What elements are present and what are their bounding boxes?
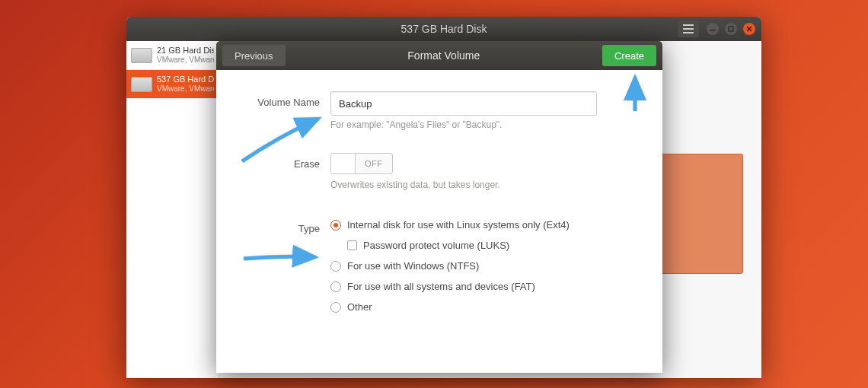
svg-rect-1 <box>683 28 694 30</box>
disk-item-21gb[interactable]: 21 GB Hard Disk VMware, VMware <box>126 41 219 70</box>
type-option-ext4[interactable]: Internal disk for use with Linux systems… <box>330 219 641 231</box>
minimize-button[interactable] <box>707 23 719 35</box>
checkbox-icon <box>347 240 357 250</box>
titlebar: 537 GB Hard Disk <box>126 17 761 41</box>
type-option-ntfs[interactable]: For use with Windows (NTFS) <box>330 260 641 272</box>
disk-title: 537 GB Hard Disk <box>157 75 214 84</box>
radio-icon <box>330 261 341 272</box>
erase-hint: Overwrites existing data, but takes long… <box>330 180 641 190</box>
format-volume-dialog: Previous Format Volume Create Volume Nam… <box>216 41 662 373</box>
hamburger-icon <box>683 24 694 33</box>
type-label: Type <box>238 218 330 234</box>
type-option-fat[interactable]: For use with all systems and devices (FA… <box>330 281 641 292</box>
close-button[interactable] <box>743 23 755 35</box>
type-radio-group: Internal disk for use with Linux systems… <box>330 218 641 313</box>
radio-icon <box>330 220 341 231</box>
volume-name-input[interactable] <box>330 91 597 116</box>
disk-title: 21 GB Hard Disk <box>157 46 214 56</box>
window-controls <box>707 23 755 35</box>
svg-rect-0 <box>683 24 694 26</box>
harddisk-icon <box>131 48 152 63</box>
disk-sidebar: 21 GB Hard Disk VMware, VMware 537 GB Ha… <box>126 41 219 378</box>
toggle-knob-icon <box>331 154 356 173</box>
erase-label: Erase <box>238 153 330 170</box>
svg-rect-4 <box>729 27 733 31</box>
dialog-header: Previous Format Volume Create <box>216 41 662 70</box>
type-option-label: Password protect volume (LUKS) <box>363 240 509 251</box>
maximize-icon <box>728 26 734 32</box>
create-button[interactable]: Create <box>602 45 656 66</box>
harddisk-icon <box>131 77 152 92</box>
close-icon <box>746 26 752 32</box>
radio-icon <box>330 281 341 292</box>
app-menu-button[interactable] <box>678 21 699 37</box>
toggle-state: OFF <box>356 154 392 173</box>
minimize-icon <box>710 26 716 32</box>
erase-toggle[interactable]: OFF <box>330 153 393 174</box>
type-option-luks[interactable]: Password protect volume (LUKS) <box>347 240 641 251</box>
type-option-label: For use with all systems and devices (FA… <box>347 281 535 292</box>
svg-rect-3 <box>710 30 716 31</box>
radio-icon <box>330 302 341 313</box>
volume-name-label: Volume Name <box>238 91 330 108</box>
dialog-title: Format Volume <box>407 49 480 62</box>
type-option-label: Internal disk for use with Linux systems… <box>347 219 570 231</box>
type-option-label: For use with Windows (NTFS) <box>347 260 479 272</box>
previous-button[interactable]: Previous <box>222 45 286 66</box>
svg-rect-2 <box>683 32 694 33</box>
type-option-label: Other <box>347 301 372 313</box>
disk-subtitle: VMware, VMware <box>157 56 214 65</box>
disk-subtitle: VMware, VMware <box>157 84 214 94</box>
window-title: 537 GB Hard Disk <box>401 23 487 35</box>
type-option-other[interactable]: Other <box>330 301 641 313</box>
maximize-button[interactable] <box>725 23 737 35</box>
disk-item-537gb[interactable]: 537 GB Hard Disk VMware, VMware <box>126 70 219 99</box>
volume-name-hint: For example: "Angela's Files" or "Backup… <box>330 119 641 130</box>
